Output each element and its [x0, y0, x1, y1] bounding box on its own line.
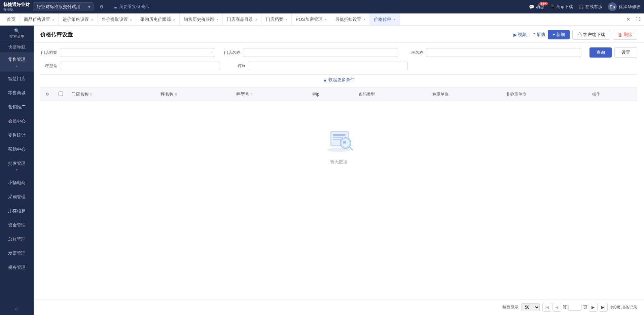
- download-button[interactable]: 凸 客户端下载: [572, 30, 610, 40]
- version-settings-icon[interactable]: ⚙: [97, 2, 106, 11]
- filter-store-profile-wrap: ···: [60, 48, 215, 57]
- set-button[interactable]: 设置: [614, 47, 637, 58]
- sort-scale-name[interactable]: 秤名称 ⇅: [160, 91, 177, 97]
- help-link[interactable]: ? 帮助: [533, 32, 545, 38]
- sidebar-item-member-center[interactable]: 会员中心: [0, 114, 34, 128]
- store-name-input[interactable]: [243, 48, 398, 57]
- tab-store-profile-close[interactable]: ×: [285, 18, 287, 22]
- version-selector[interactable]: 好业财标准版交付试用 ▾: [33, 2, 94, 11]
- sidebar-xiaochang-ecom-label: 小畅电商: [8, 180, 26, 186]
- help-label: 帮助: [536, 32, 545, 38]
- sidebar-item-retail-mgmt[interactable]: 零售管理 ▲: [0, 53, 34, 72]
- tab-store-catalog-close[interactable]: ×: [255, 18, 257, 22]
- sidebar-item-help-center[interactable]: 帮助中心: [0, 142, 34, 156]
- sort-scale-model[interactable]: 秤型号 ⇅: [236, 91, 253, 97]
- tab-purchase-history-close[interactable]: ×: [173, 18, 175, 22]
- delete-button[interactable]: 🗑 删除: [613, 30, 637, 40]
- svg-point-7: [342, 139, 349, 147]
- sidebar-item-wholesale-mgmt[interactable]: 批发管理 ▼: [0, 156, 34, 176]
- sidebar-item-invoice-mgmt[interactable]: 发票管理: [0, 246, 34, 260]
- message-badge: 99+: [539, 2, 548, 5]
- tab-store-profile[interactable]: 门店档案 ×: [262, 13, 292, 26]
- tab-pos-crypto-close[interactable]: ×: [325, 18, 327, 22]
- video-link[interactable]: ▶ 视频: [513, 32, 527, 38]
- tab-store-catalog[interactable]: 门店商品目录 ×: [223, 13, 261, 26]
- sidebar-item-tax-mgmt[interactable]: 税务管理: [0, 260, 34, 275]
- th-settings[interactable]: ⚙: [40, 88, 54, 101]
- select-all-checkbox[interactable]: [59, 92, 63, 96]
- prev-page-button[interactable]: ◀: [552, 303, 561, 312]
- tab-product-price-label: 商品价格设置: [24, 16, 50, 23]
- demo-link[interactable]: ☁ 我要看实例演示: [113, 4, 149, 10]
- filter-scale-model-wrap: [60, 62, 220, 70]
- tab-bar-end: ✕ ⛶: [625, 15, 641, 23]
- video-label: 视频: [518, 32, 527, 38]
- tab-sale-extract[interactable]: 售价提取设置 ×: [98, 13, 136, 26]
- app-download-action[interactable]: 📱 App下载: [550, 4, 573, 10]
- th-scale-name: 秤名称 ⇅: [156, 88, 232, 101]
- sidebar-quick-nav[interactable]: 快捷导航: [0, 42, 34, 53]
- store-profile-input[interactable]: [60, 48, 215, 57]
- sidebar-item-ledger-mgmt[interactable]: 总账管理: [0, 232, 34, 246]
- sidebar-item-xiaochang-ecom[interactable]: 小畅电商: [0, 176, 34, 190]
- tab-product-price-close[interactable]: ×: [52, 18, 54, 22]
- message-action[interactable]: 💬 消息 99+: [529, 4, 544, 10]
- tab-maximize-icon[interactable]: ⛶: [634, 15, 641, 23]
- scale-name-input[interactable]: [426, 48, 581, 57]
- more-options-icon[interactable]: ···: [209, 50, 213, 55]
- th-operation: 操作: [588, 88, 637, 101]
- sidebar-item-smart-store[interactable]: 智慧门店: [0, 72, 34, 86]
- sidebar-item-retail-stats[interactable]: 零售统计: [0, 128, 34, 142]
- page-number-input[interactable]: 1: [568, 304, 582, 311]
- first-page-button[interactable]: |◀: [542, 303, 551, 312]
- tab-pos-crypto[interactable]: POS加密管理 ×: [292, 13, 331, 26]
- filter-scale-name: 秤名称: [406, 48, 581, 57]
- tab-sale-history-close[interactable]: ×: [216, 18, 218, 22]
- tab-product-price[interactable]: 商品价格设置 ×: [20, 13, 59, 26]
- filter-scale-name-wrap: [426, 48, 581, 57]
- sidebar-footer-settings[interactable]: ⚙: [0, 303, 34, 315]
- tab-close-all-icon[interactable]: ✕: [625, 15, 632, 23]
- scale-ip-input[interactable]: [248, 62, 408, 70]
- sidebar-item-marketing[interactable]: 营销推广: [0, 100, 34, 114]
- tab-purchase-history[interactable]: 采购历史价跟踪 ×: [136, 13, 179, 26]
- user-avatar-area[interactable]: Ea 徐泽华修改: [608, 2, 641, 11]
- query-button[interactable]: 查询: [589, 47, 612, 58]
- online-service-action[interactable]: 🎧 在线客服: [578, 4, 603, 10]
- question-icon: ?: [533, 32, 535, 37]
- tab-home[interactable]: 首页: [3, 13, 20, 26]
- tab-min-discount[interactable]: 最低折扣设置 ×: [331, 13, 370, 26]
- next-page-button[interactable]: ▶: [589, 303, 598, 312]
- tab-sale-extract-close[interactable]: ×: [130, 18, 132, 22]
- mobile-icon: 📱: [550, 4, 555, 9]
- tab-min-discount-close[interactable]: ×: [363, 18, 365, 22]
- sort-store-name[interactable]: 门店名称 ⇅: [71, 91, 93, 97]
- add-button[interactable]: + 新增: [548, 30, 570, 39]
- sidebar-search[interactable]: 🔍 搜索菜单: [0, 26, 34, 42]
- sidebar-purchase-mgmt-label: 采购管理: [8, 194, 26, 200]
- page-header: 价格传秤设置 ▶ 视频 | ? 帮助 + 新增 凸 客户端下载 🗑: [34, 26, 644, 43]
- sidebar-marketing-label: 营销推广: [8, 104, 26, 110]
- last-page-button[interactable]: ▶|: [599, 303, 608, 312]
- th-non-weight-unit: 非称重单位: [502, 88, 588, 101]
- collapse-button[interactable]: ▲ 收起更多条件: [323, 77, 355, 83]
- sidebar-invoice-mgmt-label: 发票管理: [8, 250, 26, 256]
- tab-purchase-strategy[interactable]: 进价策略设置 ×: [59, 13, 97, 26]
- tab-price-scale[interactable]: 价格传秤 ×: [370, 13, 400, 26]
- tab-purchase-history-label: 采购历史价跟踪: [140, 16, 171, 23]
- app-sub: 标准版: [3, 7, 30, 11]
- delete-label: 删除: [623, 32, 632, 38]
- tab-purchase-strategy-close[interactable]: ×: [91, 18, 93, 22]
- sidebar-item-purchase-mgmt[interactable]: 采购管理: [0, 190, 34, 204]
- sidebar-item-fund-mgmt[interactable]: 资金管理: [0, 218, 34, 232]
- sidebar-retail-stats-label: 零售统计: [8, 132, 26, 138]
- empty-state: 暂无数据: [40, 101, 637, 185]
- tab-price-scale-close[interactable]: ×: [393, 18, 395, 22]
- sidebar-item-retail-mall[interactable]: 零售商城: [0, 86, 34, 100]
- scale-model-input[interactable]: [60, 62, 220, 70]
- page-size-select[interactable]: 50 10 20 100: [521, 303, 540, 311]
- sort-icon-3: ⇅: [250, 93, 253, 96]
- sidebar-item-inventory[interactable]: 库存核算: [0, 204, 34, 218]
- tab-sale-history[interactable]: 销售历史价跟踪 ×: [180, 13, 223, 26]
- sidebar-tax-mgmt-label: 税务管理: [8, 265, 26, 271]
